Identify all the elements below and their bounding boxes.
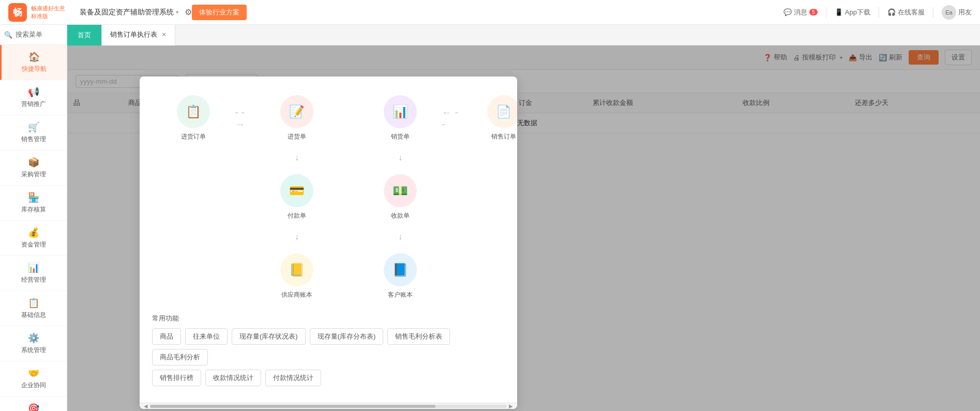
receipt-bill-label: 收款单 [391,211,410,220]
sales-icon: 🛒 [28,121,39,133]
sidebar-item-quick-nav[interactable]: 🏠 快捷导航 [0,45,67,80]
experience-btn[interactable]: 体验行业方案 [192,5,247,20]
overlay[interactable]: 📋 进货订单 - - → 📝 进货单 [67,45,980,411]
message-icon: 💬 [783,8,792,16]
sidebar-item-system[interactable]: ⚙️ 系统管理 [0,326,67,361]
inventory-icon: 🏪 [28,192,39,203]
sales-order-icon: 📄 [487,95,517,128]
settings-icon[interactable]: ⚙ [185,7,192,17]
flow-payment-bill[interactable]: 💳 付款单 [255,168,338,226]
search-icon: 🔍 [4,31,12,39]
func-btn-sales-profit[interactable]: 销售毛利分析表 [387,328,450,345]
purchase-bill-label: 进货单 [288,132,306,141]
flow-purchase-order[interactable]: 📋 进货订单 [152,89,235,147]
system-title: 装备及固定资产辅助管理系统 [80,8,174,17]
func-btn-goods-profit[interactable]: 商品毛利分析 [152,349,208,366]
arrow-down-payment: ↓ [255,232,338,241]
avatar: Ea [942,5,956,20]
flow-purchase-bill[interactable]: 📝 进货单 [255,89,338,147]
sidebar-item-enterprise[interactable]: 🤝 企业协同 [0,361,67,397]
arrow-down-receipt: ↓ [359,232,442,241]
arrow-left-1: ← - - [442,106,462,130]
supplier-ledger-icon: 📒 [280,253,313,286]
main-content: ❓ 帮助 🖨 按模板打印 ▾ 📤 导出 🔄 刷新 [67,45,980,411]
sidebar-search[interactable]: 🔍 搜索菜单 [0,25,67,45]
receipt-bill-icon: 💵 [384,174,417,207]
flow-sales-order[interactable]: 📄 销售订单 [462,89,517,147]
home-icon: 🏠 [28,51,40,63]
sidebar-item-basic-info[interactable]: 📋 基础信息 [0,291,67,326]
app-container: 畅 畅康通好生意 标准版 装备及固定资产辅助管理系统 ▾ ⚙ 体验行业方案 💬 … [0,0,980,411]
divider-1 [826,7,826,18]
arrow-right-1: - - → [235,106,255,130]
app-download-icon: 📱 [835,8,843,16]
func-btn-sales-rank[interactable]: 销售排行榜 [152,370,201,386]
sales-bill-icon: 📊 [384,95,417,128]
tab-bar: 首页 销售订单执行表 ✕ [67,25,980,45]
purchase-order-icon: 📋 [177,95,210,128]
sidebar-item-marketing[interactable]: 📢 营销推广 [0,80,67,115]
logo-icon: 畅 [8,3,27,22]
marketing-icon: 📢 [28,86,39,98]
tab-close-icon[interactable]: ✕ [161,31,167,38]
message-badge: 5 [809,9,818,16]
scroll-right-icon[interactable]: ▶ [507,403,515,409]
sales-order-label: 销售订单 [491,132,516,141]
tab-home[interactable]: 首页 [67,25,102,45]
sidebar-item-finance[interactable]: 💰 资金管理 [0,221,67,256]
headset-icon: 🎧 [887,8,896,16]
customer-ledger-icon: 📘 [384,253,417,286]
sidebar-item-newbie[interactable]: 🎯 新手引导 [0,397,67,411]
flow-customer-ledger[interactable]: 📘 客户账本 [359,247,442,306]
app-download-action[interactable]: 📱 App下载 [835,8,870,17]
sidebar-item-operation[interactable]: 📊 经营管理 [0,256,67,291]
sidebar-item-inventory[interactable]: 🏪 库存核算 [0,186,67,221]
flow-sales-bill[interactable]: 📊 销货单 [359,89,442,147]
sidebar-item-sales[interactable]: 🛒 销售管理 [0,115,67,150]
modal: 📋 进货订单 - - → 📝 进货单 [140,77,517,409]
scroll-track[interactable] [150,405,507,408]
logo-text: 畅康通好生意 标准版 [31,5,65,20]
sidebar-item-purchase[interactable]: 📦 采购管理 [0,150,67,186]
content-area: 首页 销售订单执行表 ✕ ❓ 帮助 🖨 按模板打印 [67,25,980,411]
func-buttons-row2: 销售排行榜 收款情况统计 付款情况统计 [152,370,505,386]
func-btn-payment-stats[interactable]: 付款情况统计 [265,370,321,386]
purchase-order-label: 进货订单 [181,132,206,141]
payment-bill-icon: 💳 [280,174,313,207]
func-btn-receipt-stats[interactable]: 收款情况统计 [205,370,261,386]
purchase-bill-icon: 📝 [280,95,313,128]
func-btn-goods[interactable]: 商品 [152,328,181,345]
sales-bill-label: 销货单 [391,132,410,141]
enterprise-icon: 🤝 [28,368,39,379]
func-buttons-row1: 商品 往来单位 现存量(库存状况表) 现存量(库存分布表) 销售毛利分析表 商品… [152,328,505,366]
finance-icon: 💰 [28,227,39,238]
divider-2 [879,7,879,18]
arrow-down-purchase: ↓ [255,153,338,162]
scroll-left-icon[interactable]: ◀ [142,403,150,409]
func-btn-stock-status[interactable]: 现存量(库存状况表) [232,328,306,345]
newbie-icon: 🎯 [28,403,39,411]
common-functions: 常用功能 商品 往来单位 现存量(库存状况表) 现存量(库存分布表) 销售毛利分… [152,314,505,386]
scroll-thumb[interactable] [150,405,435,408]
system-title-dropdown[interactable]: ▾ [176,9,178,15]
supplier-ledger-label: 供应商账本 [281,291,312,299]
customer-ledger-label: 客户账本 [388,291,413,299]
flow-receipt-bill[interactable]: 💵 收款单 [359,168,442,226]
tab-sales-order[interactable]: 销售订单执行表 ✕ [102,25,175,45]
online-service-action[interactable]: 🎧 在线客服 [887,8,925,17]
sidebar: 🔍 搜索菜单 🏠 快捷导航 📢 营销推广 🛒 销售管理 📦 采购管理 🏪 [0,25,67,411]
user-action[interactable]: Ea 用友 [942,5,972,20]
common-functions-title: 常用功能 [152,314,505,323]
basic-info-icon: 📋 [28,297,39,309]
func-btn-stock-dist[interactable]: 现存量(库存分布表) [310,328,384,345]
message-action[interactable]: 💬 消息 5 [783,8,818,17]
payment-bill-label: 付款单 [288,211,306,220]
arrow-down-sales: ↓ [359,153,442,162]
flow-supplier-ledger[interactable]: 📒 供应商账本 [255,247,338,306]
logo-area: 畅 畅康通好生意 标准版 [8,3,76,22]
system-icon: ⚙️ [28,332,39,344]
operation-icon: 📊 [28,262,39,273]
func-btn-partners[interactable]: 往来单位 [185,328,228,345]
modal-scrollbar[interactable]: ◀ ▶ [140,403,517,409]
flow-diagram: 📋 进货订单 - - → 📝 进货单 [152,89,505,306]
